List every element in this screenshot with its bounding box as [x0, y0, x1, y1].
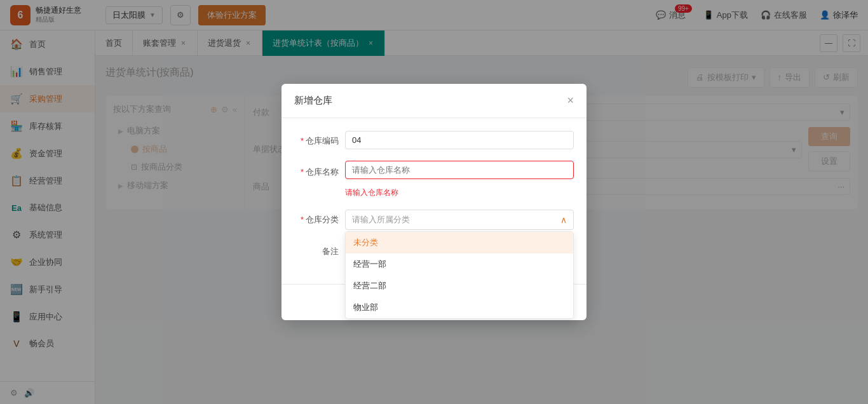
name-error-msg: 请输入仓库名称 [345, 187, 574, 198]
note-label: 备注 [294, 241, 339, 257]
modal-overlay: 新增仓库 × 仓库编码 仓库名称 请输入仓库名称 仓库分类 [0, 0, 868, 404]
category-dropdown-list: 未分类 经营一部 经营二部 物业部 [345, 231, 574, 319]
dropdown-item-uncategorized[interactable]: 未分类 [346, 232, 573, 253]
name-label: 仓库名称 [294, 162, 339, 178]
warehouse-modal: 新增仓库 × 仓库编码 仓库名称 请输入仓库名称 仓库分类 [281, 84, 587, 320]
dropdown-item-dept2[interactable]: 经营二部 [346, 275, 573, 297]
category-placeholder: 请输入所属分类 [352, 214, 410, 226]
modal-body: 仓库编码 仓库名称 请输入仓库名称 仓库分类 请输入所属分类 [281, 118, 587, 284]
dropdown-item-dept1[interactable]: 经营一部 [346, 253, 573, 275]
category-dropdown-wrapper: 请输入所属分类 ∧ 未分类 经营一部 经营二部 物业部 [345, 210, 574, 230]
code-input[interactable] [345, 131, 574, 149]
category-dropdown[interactable]: 请输入所属分类 ∧ [345, 210, 574, 230]
category-label: 仓库分类 [294, 210, 339, 226]
form-row-name: 仓库名称 请输入仓库名称 [294, 161, 574, 198]
code-label: 仓库编码 [294, 131, 339, 147]
modal-close-button[interactable]: × [567, 94, 574, 107]
form-row-category: 仓库分类 请输入所属分类 ∧ 未分类 经营一部 经营二部 物业部 [294, 210, 574, 230]
modal-title: 新增仓库 [294, 95, 332, 107]
dropdown-item-dept3[interactable]: 物业部 [346, 297, 573, 318]
dropdown-up-icon: ∧ [560, 215, 567, 225]
form-row-code: 仓库编码 [294, 131, 574, 149]
name-input[interactable] [345, 161, 574, 179]
modal-header: 新增仓库 × [281, 84, 587, 118]
